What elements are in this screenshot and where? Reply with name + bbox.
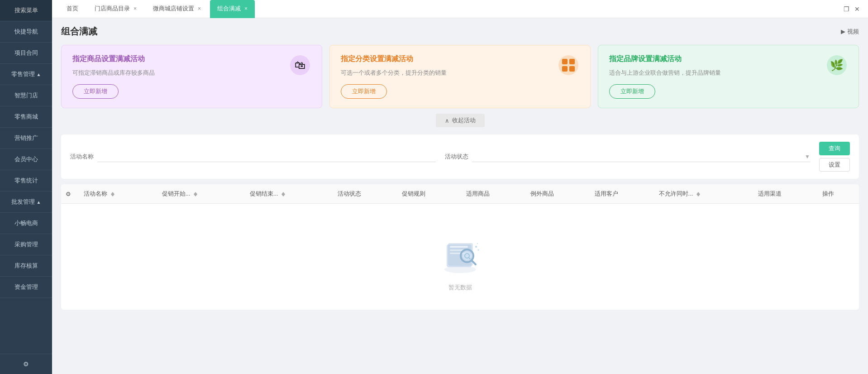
table-col-applicable-channel: 适用渠道 bbox=[754, 184, 818, 204]
svg-text:🛍: 🛍 bbox=[295, 59, 305, 71]
card-category-desc: 可选一个或者多个分类，提升分类的销量 bbox=[341, 68, 579, 77]
chevron-down-icon: ▼ bbox=[805, 153, 810, 160]
svg-rect-20 bbox=[450, 246, 468, 248]
card-product-add-button[interactable]: 立即新增 bbox=[72, 84, 119, 99]
gear-icon: ⚙ bbox=[23, 360, 29, 368]
restore-button[interactable]: ❐ bbox=[843, 5, 850, 13]
main-content: 首页 门店商品目录 × 微商城店铺设置 × 组合满减 × ❐ ✕ 组合满减 ▶ … bbox=[52, 0, 868, 374]
table-col-promo-end[interactable]: 促销结束... bbox=[245, 184, 333, 204]
table-col-operation: 操作 bbox=[818, 184, 859, 204]
settings-button[interactable]: 设置 bbox=[819, 158, 850, 172]
tab-home[interactable]: 首页 bbox=[59, 0, 86, 18]
card-product-desc: 可指定滞销商品或库存较多商品 bbox=[72, 68, 311, 77]
card-category-icon bbox=[558, 54, 579, 80]
card-brand: 指定品牌设置满减活动 适合与上游企业联合做营销，提升品牌销量 🌿 立即新增 bbox=[598, 45, 859, 108]
sidebar-settings[interactable]: ⚙ bbox=[0, 354, 52, 374]
card-product-icon: 🛍 bbox=[289, 54, 311, 80]
sidebar-item-retail-mgmt[interactable]: 零售管理 ▲ bbox=[0, 64, 52, 85]
tabbar: 首页 门店商品目录 × 微商城店铺设置 × 组合满减 × ❐ ✕ bbox=[52, 0, 868, 18]
collapse-button[interactable]: ∧ 收起活动 bbox=[436, 114, 485, 127]
filter-actions: 查询 设置 bbox=[819, 142, 850, 172]
svg-rect-5 bbox=[562, 66, 568, 72]
sort-icon2 bbox=[194, 192, 197, 197]
svg-point-2 bbox=[558, 55, 578, 75]
expand-arrow-icon: ▲ bbox=[37, 72, 41, 77]
filter-row: 活动名称 活动状态 ▼ 查询 设置 bbox=[61, 134, 859, 179]
table-col-promo-start[interactable]: 促销开始... bbox=[157, 184, 245, 204]
sidebar-item-project-contract[interactable]: 项目合同 bbox=[0, 43, 52, 64]
sidebar-item-purchase-mgmt[interactable]: 采购管理 bbox=[0, 234, 52, 255]
query-button[interactable]: 查询 bbox=[819, 142, 850, 155]
sidebar-item-retail-stats[interactable]: 零售统计 bbox=[0, 170, 52, 192]
card-brand-desc: 适合与上游企业联合做营销，提升品牌销量 bbox=[609, 68, 848, 77]
sidebar-item-xiochang-ecom[interactable]: 小畅电商 bbox=[0, 213, 52, 234]
svg-point-28 bbox=[475, 246, 477, 248]
close-tab-store-catalog[interactable]: × bbox=[134, 5, 137, 12]
sidebar-item-fund-mgmt[interactable]: 资金管理 bbox=[0, 277, 52, 298]
table-col-activity-name[interactable]: 活动名称 bbox=[79, 184, 157, 204]
data-table: ⚙ 活动名称 促销开始... bbox=[61, 184, 859, 310]
empty-text: 暂无数据 bbox=[448, 283, 472, 292]
close-tab-combo-promo[interactable]: × bbox=[244, 5, 248, 12]
close-button[interactable]: ✕ bbox=[854, 5, 861, 13]
sidebar-search[interactable]: 搜索菜单 bbox=[0, 0, 52, 21]
activity-name-input[interactable] bbox=[97, 151, 436, 162]
svg-marker-11 bbox=[194, 192, 197, 194]
filter-activity-status: 活动状态 ▼ bbox=[445, 152, 811, 162]
filter-activity-name-label: 活动名称 bbox=[70, 153, 94, 161]
svg-rect-4 bbox=[569, 59, 575, 64]
sidebar-item-marketing[interactable]: 营销推广 bbox=[0, 128, 52, 149]
svg-marker-9 bbox=[111, 192, 114, 194]
svg-marker-14 bbox=[281, 194, 285, 197]
filter-activity-name: 活动名称 bbox=[70, 151, 436, 162]
svg-marker-12 bbox=[194, 194, 197, 197]
activity-status-select[interactable]: ▼ bbox=[472, 152, 811, 162]
sidebar-item-inventory-calc[interactable]: 库存核算 bbox=[0, 255, 52, 277]
tab-combo-promo[interactable]: 组合满减 × bbox=[210, 0, 255, 18]
collapse-bar: ∧ 收起活动 bbox=[61, 114, 859, 127]
close-tab-wechat-store-settings[interactable]: × bbox=[198, 5, 201, 12]
svg-text:🌿: 🌿 bbox=[830, 58, 844, 72]
svg-point-30 bbox=[477, 243, 478, 244]
sidebar-item-member-center[interactable]: 会员中心 bbox=[0, 149, 52, 170]
empty-illustration bbox=[438, 231, 483, 276]
page-body: 组合满减 ▶ 视频 指定商品设置满减活动 可指定滞销商品或库存较多商品 🛍 立即… bbox=[52, 18, 868, 374]
svg-marker-10 bbox=[111, 194, 114, 197]
card-brand-icon: 🌿 bbox=[826, 54, 848, 80]
table-col-activity-status: 活动状态 bbox=[333, 184, 397, 204]
page-header: 组合满减 ▶ 视频 bbox=[61, 25, 859, 38]
gear-col-icon: ⚙ bbox=[66, 191, 71, 197]
cards-row: 指定商品设置满减活动 可指定滞销商品或库存较多商品 🛍 立即新增 指定分类设置满… bbox=[61, 45, 859, 108]
sidebar-item-retail-mall[interactable]: 零售商城 bbox=[0, 106, 52, 128]
card-brand-title: 指定品牌设置满减活动 bbox=[609, 54, 848, 64]
svg-rect-3 bbox=[562, 59, 568, 64]
table-col-no-concurrent[interactable]: 不允许同时... bbox=[654, 184, 754, 204]
sidebar-item-smart-store[interactable]: 智慧门店 bbox=[0, 85, 52, 106]
card-brand-add-button[interactable]: 立即新增 bbox=[609, 84, 655, 99]
svg-marker-16 bbox=[696, 194, 700, 197]
page-title: 组合满减 bbox=[61, 25, 97, 38]
card-product-title: 指定商品设置满减活动 bbox=[72, 54, 311, 64]
card-category-title: 指定分类设置满减活动 bbox=[341, 54, 579, 64]
svg-rect-6 bbox=[569, 66, 575, 72]
table-container: ⚙ 活动名称 促销开始... bbox=[61, 184, 859, 310]
svg-marker-15 bbox=[696, 192, 700, 194]
collapse-icon: ∧ bbox=[445, 117, 449, 124]
svg-marker-13 bbox=[281, 192, 285, 194]
card-category-add-button[interactable]: 立即新增 bbox=[341, 84, 387, 99]
svg-point-29 bbox=[477, 249, 479, 251]
window-controls: ❐ ✕ bbox=[843, 5, 861, 13]
sort-icon3 bbox=[281, 192, 285, 197]
expand-arrow-icon2: ▲ bbox=[37, 200, 41, 205]
video-link[interactable]: ▶ 视频 bbox=[841, 28, 859, 36]
card-product: 指定商品设置满减活动 可指定滞销商品或库存较多商品 🛍 立即新增 bbox=[61, 45, 322, 108]
sort-icon4 bbox=[696, 192, 700, 197]
tab-store-catalog[interactable]: 门店商品目录 × bbox=[87, 0, 144, 18]
sidebar-item-wholesale-mgmt[interactable]: 批发管理 ▲ bbox=[0, 192, 52, 213]
empty-state: 暂无数据 bbox=[61, 204, 859, 310]
table-col-gear[interactable]: ⚙ bbox=[61, 184, 79, 204]
sort-icon bbox=[111, 192, 114, 197]
sidebar: 搜索菜单 快捷导航 项目合同 零售管理 ▲ 智慧门店 零售商城 营销推广 会员中… bbox=[0, 0, 52, 374]
tab-wechat-store-settings[interactable]: 微商城店铺设置 × bbox=[146, 0, 208, 18]
sidebar-item-quick-nav[interactable]: 快捷导航 bbox=[0, 21, 52, 43]
